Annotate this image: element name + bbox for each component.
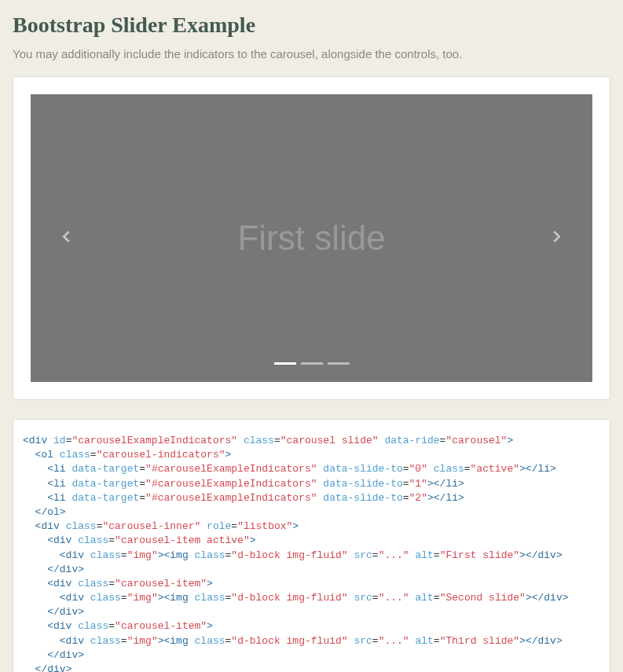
code-content: <div id="carouselExampleIndicators" clas… (23, 434, 600, 672)
carousel-next-button[interactable] (522, 94, 592, 382)
intro-before: You may additionally include the indicat… (13, 47, 270, 61)
carousel: First slide (31, 94, 592, 382)
indicator-3[interactable] (328, 362, 350, 365)
carousel-prev-button[interactable] (31, 94, 101, 382)
carousel-indicators (31, 362, 592, 365)
intro-text: You may additionally include the indicat… (13, 47, 610, 61)
indicator-2[interactable] (301, 362, 323, 365)
slide-label: First slide (237, 218, 385, 258)
code-block: <div id="carouselExampleIndicators" clas… (13, 419, 610, 672)
indicator-1[interactable] (274, 362, 296, 365)
chevron-right-icon (548, 228, 566, 248)
chevron-left-icon (57, 228, 75, 248)
carousel-link[interactable]: carousel (270, 47, 315, 61)
carousel-card: First slide (13, 76, 610, 400)
intro-after: , alongside the controls, too. (315, 47, 463, 61)
page-title: Bootstrap Slider Example (13, 13, 610, 38)
